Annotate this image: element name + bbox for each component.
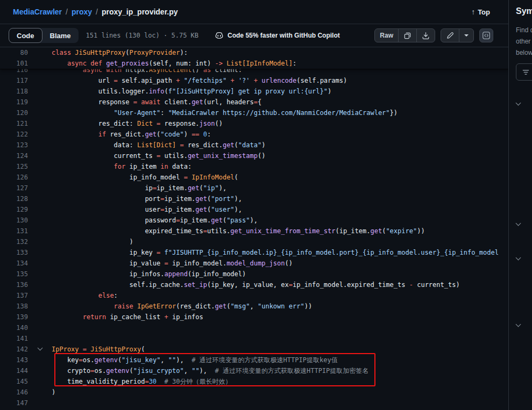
line-number[interactable]: 143: [0, 355, 28, 365]
code-text: for ip_item in data:: [52, 161, 191, 172]
gutter: [28, 150, 52, 161]
line-number[interactable]: 129: [0, 204, 28, 215]
raw-button[interactable]: Raw: [375, 29, 398, 42]
code-text: res_dict: Dict = response.json(): [52, 118, 223, 129]
line-number[interactable]: 147: [0, 398, 28, 408]
line-number[interactable]: 130: [0, 215, 28, 226]
code-symbols-icon: [482, 31, 491, 40]
code-line-144: 144 crypto=os.getenv("jisu_crypto", ""),…: [0, 365, 508, 376]
copilot-icon: [215, 31, 224, 40]
gutter: [28, 398, 52, 408]
code-text: ip_value = ip_info_model.model_dump_json…: [52, 258, 293, 269]
line-number[interactable]: 117: [0, 75, 28, 86]
chevron-down-icon[interactable]: [516, 322, 521, 327]
code-text: self.ip_cache.set_ip(ip_key, ip_value, e…: [52, 279, 460, 290]
line-number[interactable]: 138: [0, 301, 28, 312]
line-number[interactable]: 120: [0, 107, 28, 118]
tab-code[interactable]: Code: [9, 28, 42, 43]
chevron-down-icon[interactable]: [516, 100, 521, 106]
line-number[interactable]: 145: [0, 376, 28, 387]
line-number[interactable]: 132: [0, 236, 28, 247]
code-text: time_validity_period=30 # 30分钟（最长时效）: [52, 376, 231, 387]
line-number[interactable]: 137: [0, 290, 28, 301]
file-view-page: MediaCrawler / proxy / proxy_ip_provider…: [0, 0, 532, 410]
symbols-panel-toggle-button[interactable]: [479, 28, 493, 42]
line-number[interactable]: 124: [0, 150, 28, 161]
gutter: [28, 118, 52, 129]
line-number[interactable]: 125: [0, 161, 28, 172]
edit-dropdown-button[interactable]: [459, 29, 473, 42]
line-number[interactable]: 121: [0, 118, 28, 129]
code-line-124: 124 current_ts = utils.get_unix_timestam…: [0, 150, 508, 161]
line-number[interactable]: 126: [0, 172, 28, 183]
copy-raw-button[interactable]: [398, 29, 416, 42]
code-line-138: 138 raise IpGetError(res_dict.get("msg",…: [0, 301, 508, 312]
gutter: [28, 247, 52, 258]
line-number[interactable]: 118: [0, 86, 28, 97]
download-button[interactable]: [416, 29, 435, 42]
code-line-121: 121 res_dict: Dict = response.json(): [0, 118, 508, 129]
line-number[interactable]: 80: [0, 47, 28, 58]
code-text: ): [52, 236, 133, 247]
symbols-filter-button[interactable]: [516, 63, 532, 81]
line-number[interactable]: 134: [0, 258, 28, 269]
arrow-up-icon: ↑: [471, 8, 475, 16]
collapse-chevron-icon[interactable]: [37, 346, 42, 351]
line-number[interactable]: 135: [0, 269, 28, 279]
breadcrumb-dir-link[interactable]: proxy: [72, 8, 92, 16]
line-number[interactable]: 127: [0, 183, 28, 193]
code-line-126: 126 ip_info_model = IpInfoModel(: [0, 172, 508, 183]
code-line-146: 146): [0, 387, 508, 398]
edit-file-button[interactable]: [441, 29, 459, 42]
line-number[interactable]: 133: [0, 247, 28, 258]
code-line-143: 143 key=os.getenv("jisu_key", ""), # 通过环…: [0, 355, 508, 365]
gutter: [28, 258, 52, 269]
line-number[interactable]: 141: [0, 333, 28, 344]
filter-icon: [522, 68, 530, 76]
code-text: async def get_proxies(self, num: int) ->…: [52, 58, 296, 69]
code-text: class JiSuHttpProxy(ProxyProvider):: [52, 47, 188, 58]
chevron-down-icon[interactable]: [516, 255, 521, 261]
line-number[interactable]: 128: [0, 193, 28, 204]
line-number[interactable]: 142: [0, 344, 28, 355]
code-line-117: 117 url = self.api_path + "/fetchips" + …: [0, 75, 508, 86]
chevron-down-icon: [464, 34, 469, 37]
scroll-to-top-button[interactable]: ↑ Top: [471, 8, 495, 16]
gutter: [28, 312, 52, 322]
code-text: response = await client.get(url, headers…: [52, 97, 261, 107]
code-line-125: 125 for ip_item in data:: [0, 161, 508, 172]
line-number[interactable]: 131: [0, 226, 28, 236]
line-number[interactable]: 101: [0, 58, 28, 69]
line-number[interactable]: 123: [0, 140, 28, 150]
gutter: [28, 107, 52, 118]
symbols-panel-description: Find definitions and references for func…: [516, 25, 532, 59]
copilot-banner[interactable]: Code 55% faster with GitHub Copilot: [215, 31, 340, 40]
chevron-down-icon[interactable]: [516, 221, 521, 226]
breadcrumb-separator: /: [66, 8, 68, 16]
line-number[interactable]: 119: [0, 97, 28, 107]
breadcrumb-repo-link[interactable]: MediaCrawler: [13, 8, 62, 16]
line-number[interactable]: 139: [0, 312, 28, 322]
gutter: [28, 193, 52, 204]
download-icon: [422, 32, 430, 40]
code-line-136: 136 self.ip_cache.set_ip(ip_key, ip_valu…: [0, 279, 508, 290]
code-line-133: 133 ip_key = f"JISUHTTP_{ip_info_model.i…: [0, 247, 508, 258]
line-number[interactable]: 146: [0, 387, 28, 398]
gutter: [28, 183, 52, 193]
code-text: expired_time_ts=utils.get_unix_time_from…: [52, 226, 425, 236]
code-text: raise IpGetError(res_dict.get("msg", "un…: [52, 301, 312, 312]
gutter: [28, 376, 52, 387]
code-line-127: 127 ip=ip_item.get("ip"),: [0, 183, 508, 193]
file-main-column: MediaCrawler / proxy / proxy_ip_provider…: [0, 0, 508, 410]
tab-blame[interactable]: Blame: [42, 28, 79, 43]
code-line-142: 142IpProxy = JiSuHttpProxy(: [0, 344, 508, 355]
edit-button-group: [441, 28, 474, 42]
line-number[interactable]: 122: [0, 129, 28, 140]
gutter: [28, 269, 52, 279]
gutter: [28, 333, 52, 344]
code-text: ip_info_model = IpInfoModel(: [52, 172, 238, 183]
line-number[interactable]: 144: [0, 365, 28, 376]
line-number[interactable]: 136: [0, 279, 28, 290]
code-text: return ip_cache_list + ip_infos: [52, 312, 203, 322]
line-number[interactable]: 140: [0, 322, 28, 333]
